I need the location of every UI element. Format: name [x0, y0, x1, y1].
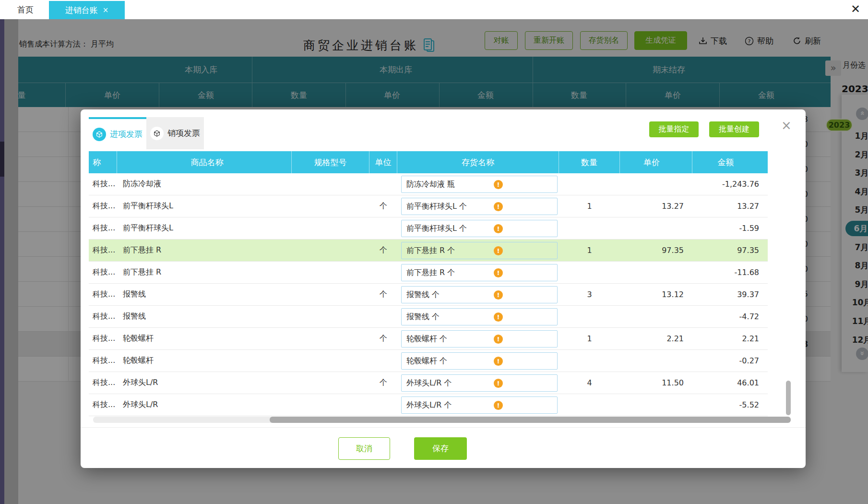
- unit-cell: [369, 306, 397, 327]
- product-name-cell: 轮毂螺杆: [117, 328, 292, 349]
- column-header[interactable]: 商品名称: [117, 151, 292, 173]
- batch-create-button[interactable]: 批量创建: [709, 121, 759, 137]
- unit-price-cell: 2.21: [620, 328, 692, 349]
- quantity-cell: [559, 262, 620, 283]
- inventory-name-input[interactable]: 轮毂螺杆 个!: [401, 330, 558, 348]
- amount-cell: 97.35: [692, 240, 768, 261]
- inventory-name-input[interactable]: 轮毂螺杆 个!: [401, 352, 558, 370]
- unit-price-cell: [620, 350, 692, 372]
- column-header[interactable]: 金额: [692, 151, 768, 173]
- spec-cell: [292, 173, 369, 195]
- vertical-scrollbar-thumb[interactable]: [786, 381, 791, 415]
- invoice-row[interactable]: 科技...前平衡杆球头L个前平衡杆球头L 个!113.2713.27: [89, 195, 768, 217]
- inventory-name-input[interactable]: 防冻冷却液 瓶!: [401, 176, 558, 193]
- column-header[interactable]: 单位: [369, 151, 397, 173]
- dialog-close-icon[interactable]: ×: [781, 118, 792, 132]
- inventory-name-input[interactable]: 外球头L/R 个!: [401, 396, 558, 414]
- warning-icon[interactable]: !: [494, 335, 503, 344]
- unit-price-cell: [620, 262, 692, 283]
- invoice-row[interactable]: 科技...轮毂螺杆轮毂螺杆 个!-0.27: [89, 350, 768, 372]
- column-header[interactable]: 数量: [559, 151, 620, 173]
- supplier-cell: 科技...: [89, 306, 117, 327]
- inventory-name-input[interactable]: 前下悬挂 R 个!: [401, 264, 558, 281]
- amount-cell: -1.59: [692, 217, 768, 239]
- inventory-cell: 前平衡杆球头L 个!: [397, 217, 559, 239]
- unit-price-cell: [620, 306, 692, 327]
- inventory-name-input[interactable]: 前平衡杆球头L 个!: [401, 220, 558, 237]
- warning-icon[interactable]: !: [494, 290, 503, 300]
- warning-icon[interactable]: !: [494, 379, 503, 388]
- warning-icon[interactable]: !: [494, 357, 503, 366]
- invoice-row[interactable]: 科技...报警线个报警线 个!313.1239.37: [89, 284, 768, 306]
- quantity-cell: 1: [559, 328, 620, 349]
- invoice-row[interactable]: 科技...外球头L/R个外球头L/R 个!411.5046.01: [89, 372, 768, 394]
- column-header[interactable]: 规格型号: [292, 151, 369, 173]
- column-header[interactable]: 存货名称: [397, 151, 559, 173]
- warning-icon[interactable]: !: [494, 202, 503, 211]
- unit-cell: 个: [369, 284, 397, 305]
- warning-icon[interactable]: !: [494, 224, 503, 233]
- spec-cell: [292, 195, 369, 217]
- window-close-icon[interactable]: ✕: [851, 1, 860, 17]
- supplier-cell: 科技...: [89, 217, 117, 239]
- amount-cell: -11.68: [692, 262, 768, 283]
- tab-ledger-active[interactable]: 进销台账 ×: [49, 1, 125, 19]
- unit-price-cell: [620, 394, 692, 416]
- invoice-row[interactable]: 科技...前平衡杆球头L前平衡杆球头L 个!-1.59: [89, 217, 768, 240]
- inventory-name-input[interactable]: 报警线 个!: [401, 308, 558, 325]
- invoice-row[interactable]: 科技...前下悬挂 R个前下悬挂 R 个!197.3597.35: [89, 240, 768, 262]
- inventory-cell: 前平衡杆球头L 个!: [397, 195, 559, 217]
- unit-cell: 个: [369, 240, 397, 261]
- inventory-name-input[interactable]: 报警线 个!: [401, 286, 558, 303]
- spec-cell: [292, 372, 369, 394]
- inventory-name-value: 报警线 个: [402, 290, 440, 300]
- warning-icon[interactable]: !: [494, 312, 503, 322]
- cancel-button[interactable]: 取消: [338, 437, 390, 460]
- inventory-cell: 轮毂螺杆 个!: [397, 328, 559, 349]
- inventory-name-input[interactable]: 外球头L/R 个!: [401, 374, 558, 392]
- tab-close-icon[interactable]: ×: [103, 6, 109, 14]
- warning-icon[interactable]: !: [494, 268, 503, 277]
- unit-cell: [369, 262, 397, 283]
- column-header[interactable]: 单价: [620, 151, 692, 173]
- column-header[interactable]: 称: [89, 151, 117, 173]
- supplier-cell: 科技...: [89, 394, 117, 416]
- invoice-row[interactable]: 科技...报警线报警线 个!-4.72: [89, 306, 768, 328]
- quantity-cell: 3: [559, 284, 620, 305]
- horizontal-scrollbar[interactable]: [93, 417, 791, 423]
- warning-icon[interactable]: !: [494, 180, 503, 189]
- invoice-row[interactable]: 科技...防冻冷却液防冻冷却液 瓶!-1,243.76: [89, 173, 768, 195]
- inventory-name-value: 前下悬挂 R 个: [402, 268, 455, 278]
- invoice-row[interactable]: 科技...轮毂螺杆个轮毂螺杆 个!12.212.21: [89, 328, 768, 350]
- warning-icon[interactable]: !: [494, 246, 503, 255]
- tab-home[interactable]: 首页: [12, 0, 39, 19]
- invoice-row[interactable]: 科技...外球头L/R外球头L/R 个!-5.52: [89, 394, 768, 416]
- spec-cell: [292, 284, 369, 305]
- supplier-cell: 科技...: [89, 262, 117, 283]
- vertical-scrollbar[interactable]: [786, 173, 791, 416]
- inventory-name-input[interactable]: 前下悬挂 R 个!: [401, 242, 558, 259]
- unit-cell: 个: [369, 195, 397, 217]
- spec-cell: [292, 306, 369, 327]
- unit-cell: [369, 394, 397, 416]
- inventory-name-value: 防冻冷却液 瓶: [402, 180, 455, 190]
- amount-cell: 13.27: [692, 195, 768, 217]
- amount-cell: -4.72: [692, 306, 768, 327]
- cube-icon: [150, 127, 164, 140]
- tab-output-invoice[interactable]: 销项发票: [146, 117, 204, 149]
- batch-assign-button[interactable]: 批量指定: [649, 121, 699, 137]
- inventory-name-input[interactable]: 前平衡杆球头L 个!: [401, 198, 558, 215]
- horizontal-scrollbar-thumb[interactable]: [270, 417, 791, 423]
- inventory-name-value: 轮毂螺杆 个: [402, 356, 447, 366]
- quantity-cell: 4: [559, 372, 620, 394]
- unit-cell: 个: [369, 372, 397, 394]
- tab-input-invoice[interactable]: 进项发票: [89, 117, 146, 149]
- save-button[interactable]: 保存: [414, 437, 467, 460]
- invoice-row[interactable]: 科技...前下悬挂 R前下悬挂 R 个!-11.68: [89, 262, 768, 284]
- quantity-cell: 1: [559, 195, 620, 217]
- warning-icon[interactable]: !: [494, 401, 503, 410]
- amount-cell: -5.52: [692, 394, 768, 416]
- supplier-cell: 科技...: [89, 328, 117, 349]
- unit-price-cell: 13.12: [620, 284, 692, 305]
- quantity-cell: [559, 217, 620, 239]
